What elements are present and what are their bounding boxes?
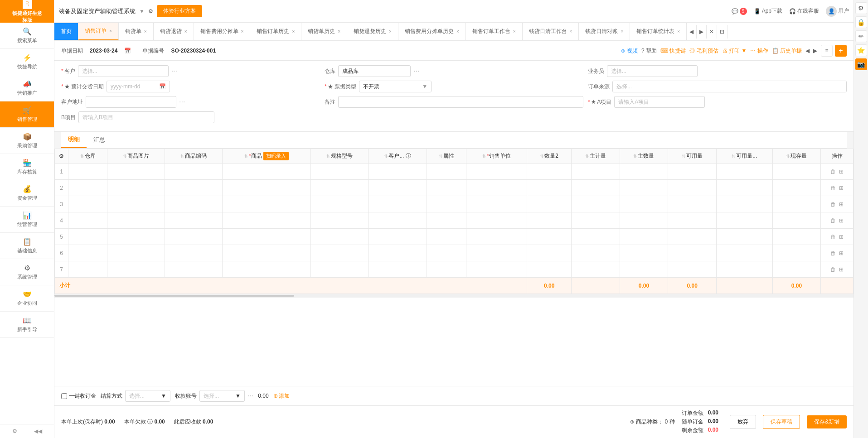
save-draft-button[interactable]: 保存草稿: [763, 415, 800, 429]
row-product[interactable]: [223, 164, 311, 180]
row-main-qty[interactable]: [620, 180, 668, 196]
tab-首页[interactable]: 首页: [54, 23, 78, 40]
row-main-qty[interactable]: [620, 212, 668, 229]
customer-address-input[interactable]: [86, 96, 176, 108]
copy-icon[interactable]: ⊞: [839, 266, 844, 273]
row-attribute[interactable]: [427, 245, 466, 261]
help-action[interactable]: ? 帮助: [641, 47, 657, 55]
delete-icon[interactable]: 🗑: [830, 266, 836, 273]
row-product[interactable]: [223, 180, 311, 196]
row-customer-code[interactable]: [368, 229, 427, 245]
row-available2[interactable]: [716, 212, 772, 229]
row-customer-code[interactable]: [368, 196, 427, 212]
row-main-unit[interactable]: [572, 196, 620, 212]
tab-销售费用分摊单历史[interactable]: 销售费用分摊单历史×: [398, 23, 466, 40]
account-select[interactable]: 选择... ▼: [199, 390, 245, 402]
app-download-item[interactable]: 📱 App下载: [754, 7, 782, 15]
row-main-unit[interactable]: [572, 212, 620, 229]
row-available[interactable]: [668, 196, 717, 212]
tab-close-icon[interactable]: ×: [621, 29, 623, 34]
row-product[interactable]: [223, 229, 311, 245]
row-available2[interactable]: [716, 196, 772, 212]
row-main-unit[interactable]: [572, 180, 620, 196]
row-available[interactable]: [668, 261, 717, 278]
row-qty2[interactable]: [527, 261, 572, 278]
dropdown-arrow-icon[interactable]: ▼: [139, 8, 145, 14]
row-image[interactable]: [107, 245, 165, 261]
right-panel-btn-2[interactable]: 🔒: [855, 16, 867, 28]
discard-button[interactable]: 放弃: [730, 415, 756, 429]
tab-销货退货历史[interactable]: 销货退货历史×: [347, 23, 398, 40]
tab-close-icon[interactable]: ×: [292, 29, 295, 34]
row-warehouse[interactable]: [68, 180, 107, 196]
row-available2[interactable]: [716, 180, 772, 196]
delete-icon[interactable]: 🗑: [830, 168, 836, 175]
row-stock[interactable]: [772, 180, 821, 196]
one-click-label[interactable]: 一键收订金: [61, 392, 96, 400]
row-attribute[interactable]: [427, 164, 466, 180]
form-add-button[interactable]: +: [835, 45, 847, 57]
tab-close-icon[interactable]: ×: [109, 29, 112, 34]
scan-button[interactable]: 扫码录入: [263, 152, 289, 160]
row-customer-code[interactable]: [368, 261, 427, 278]
delete-icon[interactable]: 🗑: [830, 185, 836, 191]
right-panel-btn-3[interactable]: ✏: [855, 30, 867, 42]
row-unit[interactable]: [466, 261, 527, 278]
account-expand-icon[interactable]: ···: [247, 392, 253, 400]
row-main-qty[interactable]: [620, 229, 668, 245]
delivery-date-input[interactable]: yyyy-mm-dd 📅: [107, 81, 170, 92]
right-panel-btn-4[interactable]: ⭐: [855, 44, 867, 56]
row-main-qty[interactable]: [620, 245, 668, 261]
tab-销货退货[interactable]: 销货退货×: [154, 23, 194, 40]
row-available[interactable]: [668, 180, 717, 196]
online-service-item[interactable]: 🎧 在线客服: [789, 7, 819, 15]
save-new-button[interactable]: 保存&新增: [807, 415, 847, 428]
industry-plan-button[interactable]: 体验行业方案: [157, 5, 202, 17]
row-available2[interactable]: [716, 229, 772, 245]
row-available2[interactable]: [716, 261, 772, 278]
row-spec[interactable]: [310, 245, 368, 261]
tab-销售订单[interactable]: 销售订单×: [78, 23, 119, 40]
one-click-checkbox[interactable]: [61, 393, 67, 399]
row-code[interactable]: [165, 245, 223, 261]
order-source-input[interactable]: 选择...: [612, 81, 847, 92]
row-warehouse[interactable]: [68, 212, 107, 229]
print-action[interactable]: 🖨 打印 ▼: [722, 47, 747, 55]
row-stock[interactable]: [772, 196, 821, 212]
user-item[interactable]: 👤 用户: [826, 6, 849, 17]
warehouse-expand-icon[interactable]: ···: [413, 67, 419, 75]
row-available[interactable]: [668, 229, 717, 245]
row-spec[interactable]: [310, 164, 368, 180]
row-available[interactable]: [668, 212, 717, 229]
right-panel-btn-1[interactable]: ⚙: [855, 2, 867, 14]
row-warehouse[interactable]: [68, 245, 107, 261]
tab-nav-btn-1[interactable]: ▶: [697, 25, 707, 39]
history-action[interactable]: 📋 历史单据: [772, 47, 802, 55]
row-attribute[interactable]: [427, 229, 466, 245]
detail-tab-明细[interactable]: 明细: [61, 132, 87, 148]
row-available[interactable]: [668, 245, 717, 261]
row-image[interactable]: [107, 261, 165, 278]
tab-close-icon[interactable]: ×: [144, 29, 147, 34]
row-product[interactable]: [223, 212, 311, 229]
row-code[interactable]: [165, 212, 223, 229]
col-settings[interactable]: ⚙: [55, 149, 68, 164]
row-code[interactable]: [165, 164, 223, 180]
row-qty2[interactable]: [527, 212, 572, 229]
tab-close-icon[interactable]: ×: [513, 29, 516, 34]
copy-icon[interactable]: ⊞: [839, 201, 844, 207]
row-attribute[interactable]: [427, 261, 466, 278]
tab-close-icon[interactable]: ×: [389, 29, 392, 34]
sidebar-item-快捷导航[interactable]: ⚡快捷导航: [0, 49, 54, 75]
sidebar-item-资金管理[interactable]: 💰资金管理: [0, 180, 54, 207]
tab-nav-btn-2[interactable]: ✕: [707, 25, 717, 39]
copy-icon[interactable]: ⊞: [839, 234, 844, 240]
tab-nav-btn-0[interactable]: ◀: [687, 25, 697, 39]
tab-close-icon[interactable]: ×: [241, 29, 244, 34]
row-customer-code[interactable]: [368, 180, 427, 196]
customer-expand-icon[interactable]: ···: [171, 67, 177, 75]
row-image[interactable]: [107, 196, 165, 212]
tab-nav-btn-3[interactable]: ⊡: [717, 25, 727, 39]
delete-icon[interactable]: 🗑: [830, 250, 836, 256]
project-a-input[interactable]: 请输入A项目: [614, 96, 705, 108]
